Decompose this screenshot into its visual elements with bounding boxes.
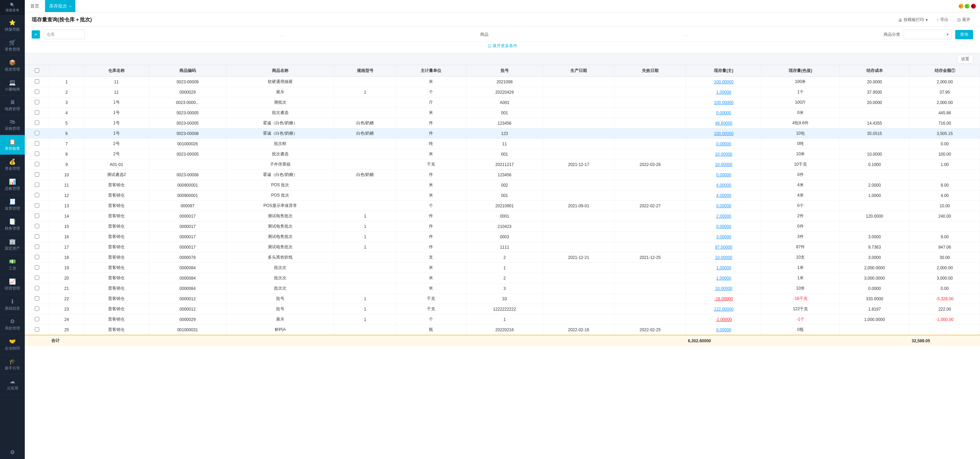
sidebar-item-ecommerce[interactable]: 🖥电商管理 [0, 96, 25, 115]
cell-qty_main[interactable]: 10.00000 [686, 284, 762, 294]
qty-main-link[interactable]: 0.00000 [716, 110, 731, 115]
cell-qty_main[interactable]: 100.00000 [686, 77, 762, 87]
minimize-btn[interactable]: − [959, 4, 964, 9]
cell-qty_main[interactable]: 100.00000 [686, 97, 762, 108]
row-checkbox[interactable] [25, 180, 49, 190]
cell-qty_main[interactable]: 0.00000 [686, 139, 762, 149]
qty-main-link[interactable]: 0.00000 [716, 142, 731, 147]
tab-home[interactable]: 首页 [25, 0, 45, 12]
expand-conditions-btn[interactable]: ☑ 展开更多条件 [32, 41, 973, 50]
qty-main-link[interactable]: 4.00000 [716, 183, 731, 188]
qty-main-link[interactable]: -16.00000 [714, 296, 733, 301]
row-checkbox[interactable] [25, 273, 49, 284]
cell-qty_main[interactable]: 1.00000 [686, 87, 762, 97]
cell-qty_main[interactable]: 4.00000 [686, 190, 762, 201]
row-checkbox[interactable] [25, 314, 49, 325]
row-checkbox[interactable] [25, 294, 49, 304]
row-checkbox[interactable] [25, 263, 49, 273]
cell-qty_main[interactable]: 2.00000 [686, 211, 762, 222]
sidebar-item-purchase[interactable]: 🛍采购管理 [0, 115, 25, 135]
qty-main-link[interactable]: 4.00000 [716, 193, 731, 198]
cell-qty_main[interactable]: 10.00000 [686, 252, 762, 263]
qty-main-link[interactable]: 0.00000 [716, 224, 731, 229]
row-checkbox[interactable] [25, 128, 49, 139]
sidebar-item-basic-info[interactable]: ℹ基础信息 [0, 295, 25, 315]
qty-main-link[interactable]: 10.00000 [715, 255, 732, 260]
cell-qty_main[interactable]: 10.00000 [686, 159, 762, 170]
qty-main-link[interactable]: 2.00000 [716, 214, 731, 219]
qty-main-link[interactable]: 49.60000 [715, 121, 732, 126]
sidebar-item-operation[interactable]: 📈经营管理 [0, 275, 25, 295]
row-checkbox[interactable] [25, 284, 49, 294]
qty-main-link[interactable]: -1.00000 [716, 317, 732, 322]
tab-close-btn[interactable]: × [69, 4, 71, 8]
row-checkbox[interactable] [25, 222, 49, 232]
cell-qty_main[interactable]: 122.00000 [686, 304, 762, 314]
cell-qty_main[interactable]: 10.00000 [686, 149, 762, 159]
sidebar-item-labor[interactable]: 💵工资 [0, 255, 25, 275]
cell-qty_main[interactable]: -1.00000 [686, 314, 762, 325]
sidebar-settings[interactable]: ⚙ [0, 446, 25, 459]
cell-qty_main[interactable]: 3.00000 [686, 232, 762, 242]
row-checkbox[interactable] [25, 325, 49, 335]
tab-inventory-batch[interactable]: 库存批次 × [45, 0, 75, 12]
qty-main-link[interactable]: 1.00000 [716, 276, 731, 280]
export-btn[interactable]: ↑ 导出 [934, 16, 951, 24]
cell-qty_main[interactable]: 0.00000 [686, 201, 762, 211]
close-btn[interactable]: × [971, 4, 976, 9]
sidebar-item-fixed-assets[interactable]: 🏢固定资产 [0, 235, 25, 255]
expand-btn[interactable]: ⊡ 展开 [955, 16, 973, 24]
qty-main-link[interactable]: 10.00000 [715, 152, 732, 157]
sidebar-item-finance[interactable]: 💰资金管理 [0, 155, 25, 175]
category-filter[interactable]: ▾ [904, 30, 952, 39]
row-checkbox[interactable] [25, 232, 49, 242]
cell-qty_main[interactable]: 49.60000 [686, 118, 762, 128]
row-checkbox[interactable] [25, 242, 49, 252]
row-checkbox[interactable] [25, 159, 49, 170]
qty-main-link[interactable]: 100.00000 [714, 80, 733, 84]
qty-main-link[interactable]: 0.00000 [716, 172, 731, 177]
qty-main-link[interactable]: 10.00000 [715, 286, 732, 291]
row-checkbox[interactable] [25, 87, 49, 97]
sidebar-item-system[interactable]: ⚙系统管理 [0, 315, 25, 335]
sidebar-item-newbie[interactable]: 🎓新手引导 [0, 355, 25, 375]
cell-qty_main[interactable]: -16.00000 [686, 294, 762, 304]
table-settings-btn[interactable]: 设置 [957, 55, 973, 63]
qty-main-link[interactable]: 100.00000 [714, 100, 733, 105]
row-checkbox[interactable] [25, 97, 49, 108]
filter-add-btn[interactable]: ＋ [32, 30, 40, 38]
row-checkbox[interactable] [25, 170, 49, 180]
sidebar-item-invoice[interactable]: 🧾发票管理 [0, 195, 25, 215]
cell-qty_main[interactable]: 1.00000 [686, 273, 762, 284]
search-btn[interactable]: 查询 [955, 30, 973, 39]
row-checkbox[interactable] [25, 252, 49, 263]
qty-main-link[interactable]: 122.00000 [714, 307, 733, 312]
cell-qty_main[interactable]: 4.00000 [686, 180, 762, 190]
row-checkbox[interactable] [25, 139, 49, 149]
cell-qty_main[interactable]: 1.00000 [686, 263, 762, 273]
cell-qty_main[interactable]: 0.00000 [686, 108, 762, 118]
sidebar-item-summary[interactable]: 📊总账管理 [0, 175, 25, 195]
warehouse-filter[interactable]: 仓库 [43, 30, 85, 39]
qty-main-link[interactable]: 0.00000 [716, 327, 731, 332]
sidebar-item-tax[interactable]: 📑税务管理 [0, 215, 25, 235]
sidebar-item-ecommerce-small[interactable]: 💻小脑电商 [0, 76, 25, 96]
row-checkbox[interactable] [25, 108, 49, 118]
print-btn[interactable]: 🖨 按模板打印 ▾ [895, 16, 931, 24]
cell-qty_main[interactable]: 0.00000 [686, 170, 762, 180]
qty-main-link[interactable]: 1.00000 [716, 90, 731, 95]
sidebar-item-collab[interactable]: 🤝企业协同 [0, 335, 25, 355]
select-all-checkbox[interactable] [35, 68, 39, 73]
row-checkbox[interactable] [25, 190, 49, 201]
qty-main-link[interactable]: 1.00000 [716, 266, 731, 270]
row-checkbox[interactable] [25, 118, 49, 128]
row-checkbox[interactable] [25, 304, 49, 314]
cell-qty_main[interactable]: 100.00000 [686, 128, 762, 139]
maximize-btn[interactable]: □ [965, 4, 970, 9]
sidebar-search[interactable]: 🔍 搜索菜单 [0, 0, 25, 16]
sidebar-item-inventory[interactable]: 📋库存核查 [0, 135, 25, 155]
qty-main-link[interactable]: 0.00000 [716, 204, 731, 208]
qty-main-link[interactable]: 10.00000 [715, 162, 732, 167]
sidebar-item-retail[interactable]: 🛒零售管理 [0, 36, 25, 56]
sidebar-item-wholesale[interactable]: 📦批发管理 [0, 56, 25, 76]
